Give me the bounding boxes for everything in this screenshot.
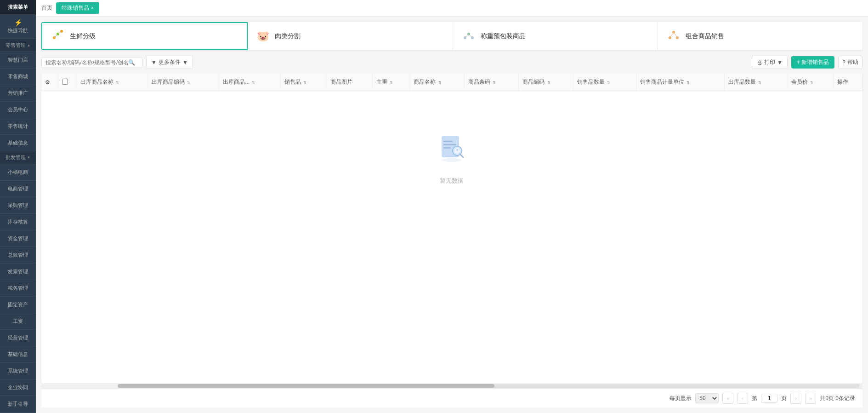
active-tab-label: 特殊销售品 [62, 4, 89, 12]
marketing-label: 营销推广 [8, 90, 28, 97]
topbar-active-tab[interactable]: 特殊销售品 × [56, 2, 99, 14]
empty-state-icon [433, 128, 470, 171]
sidebar-logo-label: 搜索菜单 [8, 4, 28, 11]
empty-state-cell: 暂无数据 [41, 91, 862, 222]
weigh-pack-label: 称重预包装商品 [481, 32, 526, 40]
tab-card-meat-cut[interactable]: 🐷 肉类分割 [248, 22, 453, 50]
sidebar-item-retail-stats[interactable]: 零售统计 [0, 118, 36, 135]
topbar-home[interactable]: 首页 [41, 4, 52, 12]
table-col-goods-code[interactable]: 商品编码 ⇅ [519, 74, 573, 91]
table-header: ⚙ 出库商品名称 ⇅ 出库商品编码 ⇅ [41, 74, 862, 91]
fresh-grade-label: 生鲜分级 [70, 32, 96, 40]
table-col-out-goods-spec[interactable]: 出库商品... ⇅ [219, 74, 281, 91]
tab-close-icon[interactable]: × [91, 6, 94, 11]
out-goods-spec-label: 出库商品... [223, 79, 250, 85]
table-col-sale-unit[interactable]: 销售商品计量单位 ⇅ [636, 74, 724, 91]
goods-barcode-label: 商品条码 [468, 79, 490, 85]
table-col-operation: 操作 [834, 74, 862, 91]
tab-card-fresh-grade[interactable]: 生鲜分级 [41, 22, 248, 50]
filter-arrow-icon: ▼ [182, 59, 188, 66]
sidebar-item-basic-info[interactable]: 基础信息 [0, 135, 36, 151]
page-size-select[interactable]: 10 20 50 100 [695, 393, 719, 403]
sidebar-item-inventory[interactable]: 库存核算 [0, 214, 36, 230]
print-label: 打印 [764, 58, 775, 66]
retail-mgmt-label: 零售管理 [6, 42, 26, 49]
content-area: 生鲜分级 🐷 肉类分割 称重预包装商品 [36, 17, 868, 413]
table-col-goods-image[interactable]: 商品图片 [327, 74, 373, 91]
sidebar-item-wholesale-mgmt[interactable]: 批发管理 ▼ [0, 151, 36, 164]
sidebar-item-operations[interactable]: 经营管理 [0, 330, 36, 346]
sort-icon: ⇅ [810, 80, 813, 85]
sidebar-item-ecommerce-mgmt[interactable]: 电商管理 [0, 181, 36, 197]
sidebar-item-fixed-assets[interactable]: 固定资产 [0, 297, 36, 313]
sidebar-item-smart-store[interactable]: 智慧门店 [0, 52, 36, 69]
add-sale-goods-label: + 新增销售品 [797, 58, 829, 66]
table-col-goods-name[interactable]: 商品名称 ⇅ [410, 74, 465, 91]
toolbar-right: 🖨 打印 ▼ + 新增销售品 ? 帮助 [752, 56, 862, 69]
table-col-out-goods-code[interactable]: 出库商品编码 ⇅ [148, 74, 219, 91]
search-icon[interactable]: 🔍 [128, 59, 135, 66]
search-input[interactable] [45, 59, 128, 66]
table-col-out-qty[interactable]: 出库品数量 ⇅ [724, 74, 787, 91]
sort-icon: ⇅ [547, 80, 550, 85]
table-col-sale-qty[interactable]: 销售品数量 ⇅ [573, 74, 636, 91]
sidebar-item-retail-mgmt[interactable]: 零售管理 ▲ [0, 39, 36, 52]
sidebar-item-basic-info2[interactable]: 基础信息 [0, 346, 36, 363]
horizontal-scrollbar[interactable] [41, 383, 862, 389]
ecommerce-mgmt-label: 电商管理 [8, 185, 28, 192]
sidebar-item-system-mgmt[interactable]: 系统管理 [0, 363, 36, 379]
table-col-member-price[interactable]: 会员价 ⇅ [787, 74, 833, 91]
select-all-checkbox[interactable] [62, 79, 68, 85]
table-container: ⚙ 出库商品名称 ⇅ 出库商品编码 ⇅ [41, 74, 862, 383]
sidebar-item-new-guide[interactable]: 新手引导 [0, 396, 36, 413]
tab-card-combo-goods[interactable]: 组合商品销售 [658, 22, 862, 50]
help-button[interactable]: ? 帮助 [838, 56, 862, 69]
sidebar-item-invoice-mgmt[interactable]: 发票管理 [0, 264, 36, 280]
sidebar-item-purchase-mgmt[interactable]: 采购管理 [0, 197, 36, 214]
filter-button[interactable]: ▼ 更多条件 ▼ [146, 56, 193, 69]
toolbar-left: 🔍 ▼ 更多条件 ▼ [41, 56, 193, 69]
pagination-bar: 每页显示 10 20 50 100 « ‹ 第 页 › » 共0页 0条记录 [41, 389, 862, 407]
search-box[interactable]: 🔍 [41, 57, 142, 68]
tab-card-weigh-pack[interactable]: 称重预包装商品 [453, 22, 658, 50]
table-col-sale-goods[interactable]: 销售品 ⇅ [280, 74, 326, 91]
main-weight-label: 主重 [376, 79, 387, 85]
meat-cut-label: 肉类分割 [275, 32, 301, 40]
sidebar-item-ledger[interactable]: 总账管理 [0, 247, 36, 264]
print-arrow-icon: ▼ [777, 59, 783, 66]
table-col-main-weight[interactable]: 主重 ⇅ [372, 74, 410, 91]
sidebar-item-label: 快捷导航 [8, 27, 28, 34]
sidebar-item-enterprise[interactable]: 企业协同 [0, 379, 36, 396]
print-button[interactable]: 🖨 打印 ▼ [752, 56, 788, 69]
page-label-suffix: 页 [781, 395, 787, 402]
sidebar-item-tax-mgmt[interactable]: 税务管理 [0, 280, 36, 297]
sidebar-item-mini-ecommerce[interactable]: 小畅电商 [0, 164, 36, 181]
pagination-first-button[interactable]: « [722, 393, 733, 404]
retail-stats-label: 零售统计 [8, 123, 28, 130]
sidebar-item-marketing[interactable]: 营销推广 [0, 85, 36, 102]
weigh-pack-icon [462, 29, 475, 43]
sidebar-search[interactable]: 搜索菜单 [0, 0, 36, 14]
sidebar-item-member-center[interactable]: 会员中心 [0, 102, 36, 118]
fixed-assets-label: 固定资产 [8, 301, 28, 308]
add-sale-goods-button[interactable]: + 新增销售品 [791, 56, 834, 69]
pagination-last-button[interactable]: » [805, 393, 816, 404]
table-col-out-goods-name[interactable]: 出库商品名称 ⇅ [76, 74, 148, 91]
sidebar-item-finance[interactable]: 资金管理 [0, 230, 36, 247]
basic-info-label: 基础信息 [8, 139, 28, 146]
svg-point-23 [456, 149, 458, 151]
pagination-prev-button[interactable]: ‹ [737, 393, 748, 404]
sidebar-item-retail-mall[interactable]: 零售商城 [0, 69, 36, 85]
sort-icon: ⇅ [390, 80, 393, 85]
table-col-gear[interactable]: ⚙ [41, 74, 58, 91]
table-col-goods-barcode[interactable]: 商品条码 ⇅ [464, 74, 519, 91]
mini-ecommerce-label: 小畅电商 [8, 169, 28, 176]
page-number-input[interactable] [761, 394, 777, 403]
svg-line-13 [670, 32, 674, 38]
pagination-next-button[interactable]: › [790, 393, 801, 404]
sale-goods-label: 销售品 [284, 79, 301, 85]
sidebar-item-quick-nav[interactable]: ⚡ 快捷导航 [0, 14, 36, 39]
table-col-check[interactable] [58, 74, 76, 91]
inventory-label: 库存核算 [8, 218, 28, 225]
sidebar-item-salary[interactable]: 工资 [0, 313, 36, 330]
